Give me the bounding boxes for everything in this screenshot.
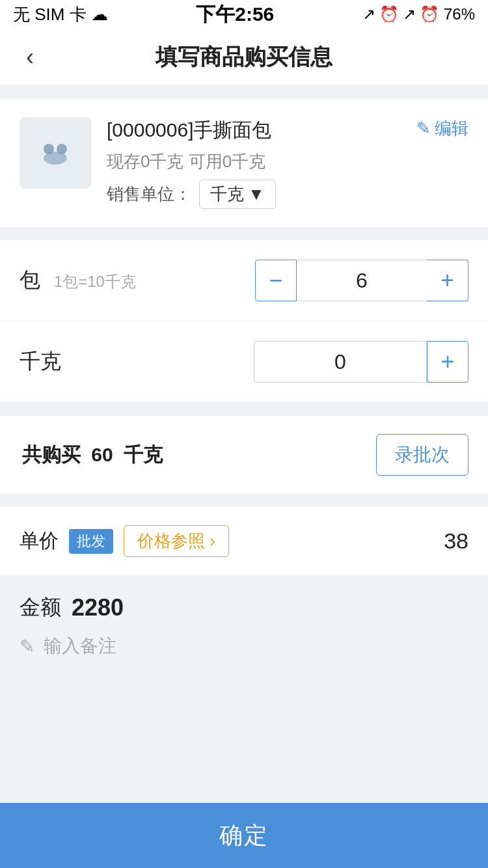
status-icons: ↗ ⏰ ↗ ⏰ 76%	[362, 5, 475, 23]
pack-hint: 1包=10千克	[54, 273, 136, 290]
product-name: [0000006]手撕面包	[107, 117, 271, 144]
pack-plus-button[interactable]: +	[427, 260, 468, 301]
remark-placeholder: 输入备注	[44, 634, 116, 658]
battery-level: ↗ ⏰ 76%	[403, 5, 475, 23]
price-label: 单价	[20, 528, 59, 554]
kg-label: 千克	[20, 347, 254, 376]
price-reference-button[interactable]: 价格参照 ›	[124, 525, 229, 557]
back-button[interactable]: ‹	[20, 37, 40, 77]
nav-bar: ‹ 填写商品购买信息	[0, 29, 488, 86]
unit-value: 千克	[210, 183, 244, 206]
chevron-down-icon: ▼	[248, 184, 265, 204]
pack-qty-control: − +	[255, 260, 468, 301]
location-icon: ↗	[362, 5, 375, 23]
price-value: 38	[444, 528, 468, 554]
kg-plus-button[interactable]: +	[427, 341, 468, 383]
amount-section: 金额 2280 ✎ 输入备注	[0, 575, 488, 671]
amount-row: 金额 2280	[20, 593, 468, 622]
pack-row: 包 1包=10千克 − +	[0, 240, 488, 321]
product-card: [0000006]手撕面包 ✎ 编辑 现存0千克 可用0千克 销售单位： 千克 …	[0, 99, 488, 227]
quantity-section: 包 1包=10千克 − + 千克 +	[0, 240, 488, 403]
alarm-icon: ⏰	[379, 5, 399, 23]
product-image	[20, 117, 91, 189]
svg-point-2	[44, 152, 67, 165]
unit-select[interactable]: 千克 ▼	[199, 180, 276, 209]
product-stock: 现存0千克 可用0千克	[107, 150, 468, 173]
pack-label: 包 1包=10千克	[20, 266, 255, 295]
status-bar: 无 SIM 卡 ☁ 下午2:56 ↗ ⏰ ↗ ⏰ 76%	[0, 0, 488, 29]
page-filler	[0, 671, 488, 803]
amount-label: 金额	[20, 593, 61, 622]
kg-qty-control: +	[254, 341, 468, 383]
price-row: 单价 批发 价格参照 › 38	[20, 525, 468, 557]
kg-row: 千克 +	[0, 321, 488, 403]
price-tag-batch: 批发	[69, 529, 113, 554]
pack-minus-button[interactable]: −	[255, 260, 297, 301]
total-row: 共购买 60 千克 录批次	[0, 416, 488, 494]
pack-qty-input[interactable]	[297, 260, 427, 301]
status-carrier: 无 SIM 卡 ☁	[13, 3, 108, 26]
batch-button[interactable]: 录批次	[376, 434, 468, 476]
pencil-icon: ✎	[20, 636, 34, 657]
kg-qty-input[interactable]	[254, 341, 427, 383]
amount-value: 2280	[72, 594, 124, 621]
product-info: [0000006]手撕面包 ✎ 编辑 现存0千克 可用0千克 销售单位： 千克 …	[107, 117, 468, 209]
edit-icon: ✎	[416, 118, 431, 139]
total-text: 共购买 60 千克	[20, 442, 165, 468]
confirm-button[interactable]: 确定	[0, 803, 488, 868]
status-time: 下午2:56	[196, 1, 274, 28]
edit-button[interactable]: ✎ 编辑	[416, 117, 468, 140]
unit-label: 销售单位：	[107, 183, 191, 206]
remark-row[interactable]: ✎ 输入备注	[20, 634, 468, 658]
product-unit-row: 销售单位： 千克 ▼	[107, 180, 468, 209]
price-section: 单价 批发 价格参照 › 38	[0, 507, 488, 575]
page-title: 填写商品购买信息	[156, 42, 332, 72]
